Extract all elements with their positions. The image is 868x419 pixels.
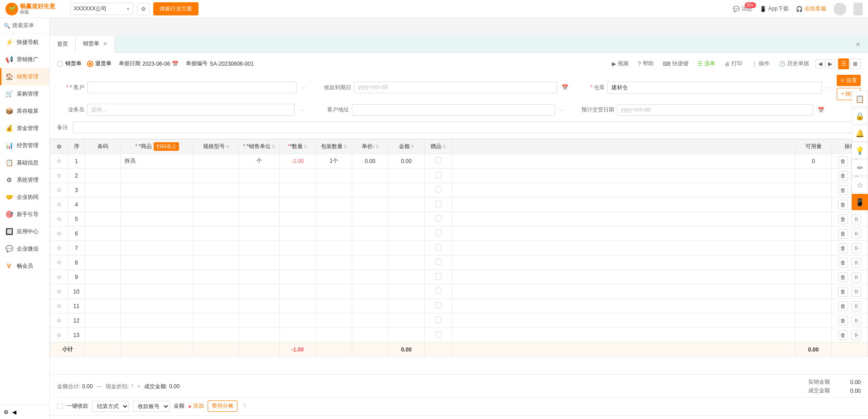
row-gift-4[interactable]	[425, 212, 452, 226]
row-unit-8[interactable]	[239, 270, 280, 284]
row-barcode-8[interactable]	[85, 270, 121, 284]
row-pkg-qty-3[interactable]	[316, 197, 352, 212]
row-gift-6[interactable]	[425, 241, 452, 255]
warehouse-input[interactable]: 建材仓	[607, 82, 822, 94]
tab-sales-order[interactable]: 销货单 ✕	[76, 36, 115, 53]
customer-addr-input[interactable]	[352, 104, 555, 116]
row-gift-12[interactable]	[425, 328, 452, 342]
app-download-button[interactable]: 📱 App下载	[760, 5, 789, 13]
row-spec-2[interactable]	[194, 183, 239, 197]
row-spec-8[interactable]	[194, 270, 239, 284]
row-product-9[interactable]	[121, 284, 194, 299]
payment-calendar-icon[interactable]: 📅	[562, 84, 568, 91]
nav-prev[interactable]: ◀	[815, 59, 824, 68]
add-button[interactable]: 添加	[193, 402, 204, 410]
payment-date-input[interactable]: yyyy-mm-dd	[354, 82, 557, 93]
row-gift-7[interactable]	[425, 255, 452, 270]
row-qty-12[interactable]	[280, 328, 316, 342]
row-spec-4[interactable]	[194, 212, 239, 226]
row-product-7[interactable]	[121, 255, 194, 270]
row-price-4[interactable]	[352, 212, 388, 226]
row-delete-12[interactable]: 🗑	[838, 330, 848, 340]
salesperson-dots-icon[interactable]: ···	[299, 107, 304, 113]
row-unit-7[interactable]	[239, 255, 280, 270]
row-copy-7[interactable]: ⎘	[851, 258, 861, 268]
row-price-6[interactable]	[352, 241, 388, 255]
online-service-button[interactable]: 🎧 在线客服	[796, 5, 826, 13]
row-pkg-qty-5[interactable]	[316, 226, 352, 241]
row-qty-1[interactable]	[280, 169, 316, 183]
row-gift-11[interactable]	[425, 313, 452, 328]
row-barcode-7[interactable]	[85, 255, 121, 270]
row-spec-9[interactable]	[194, 284, 239, 299]
customer-input[interactable]	[87, 82, 297, 93]
row-qty-11[interactable]	[280, 313, 316, 328]
sidebar-item-wechat[interactable]: 💬 企业微信	[0, 240, 49, 257]
row-unit-6[interactable]	[239, 241, 280, 255]
float-btn-5[interactable]: ✏	[852, 159, 868, 176]
row-copy-9[interactable]: ⎘	[851, 287, 861, 297]
row-delete-7[interactable]: 🗑	[838, 258, 848, 268]
row-pkg-qty-0[interactable]: 1个	[316, 154, 352, 169]
row-amount-3[interactable]	[388, 197, 425, 212]
row-spec-0[interactable]	[194, 154, 239, 169]
row-barcode-10[interactable]	[85, 299, 121, 313]
row-qty-2[interactable]	[280, 183, 316, 197]
row-price-9[interactable]	[352, 284, 388, 299]
remarks-input[interactable]	[73, 121, 861, 133]
row-product-2[interactable]	[121, 183, 194, 197]
sidebar-item-sales[interactable]: 🏠 销售管理	[0, 68, 49, 85]
ops-button[interactable]: ⋮ 操作	[749, 58, 772, 69]
row-pkg-qty-12[interactable]	[316, 328, 352, 342]
grid-view-btn[interactable]: ⊞	[850, 58, 861, 69]
row-delete-4[interactable]: 🗑	[838, 214, 848, 224]
row-gift-9[interactable]	[425, 284, 452, 299]
expected-calendar-icon[interactable]: 📅	[818, 107, 824, 113]
row-copy-12[interactable]: ⎘	[851, 330, 861, 340]
row-product-3[interactable]	[121, 197, 194, 212]
row-barcode-12[interactable]	[85, 328, 121, 342]
row-qty-0[interactable]: -1.00	[280, 154, 316, 169]
row-amount-1[interactable]	[388, 169, 425, 183]
row-amount-10[interactable]	[388, 299, 425, 313]
row-qty-8[interactable]	[280, 270, 316, 284]
trial-button[interactable]: 体验行业方案	[153, 2, 199, 15]
row-delete-8[interactable]: 🗑	[838, 272, 848, 282]
row-pkg-qty-6[interactable]	[316, 241, 352, 255]
window-close-icon[interactable]: ✕	[855, 41, 861, 48]
row-gift-1[interactable]	[425, 169, 452, 183]
row-gift-3[interactable]	[425, 197, 452, 212]
sidebar-item-operations[interactable]: 📊 经营管理	[0, 137, 49, 154]
row-unit-11[interactable]	[239, 313, 280, 328]
row-price-0[interactable]: 0.00	[352, 154, 388, 169]
row-barcode-9[interactable]	[85, 284, 121, 299]
tab-close-icon[interactable]: ✕	[103, 41, 107, 47]
row-qty-7[interactable]	[280, 255, 316, 270]
float-btn-2[interactable]: 🔒	[852, 108, 868, 124]
row-price-8[interactable]	[352, 270, 388, 284]
row-price-2[interactable]	[352, 183, 388, 197]
row-barcode-1[interactable]	[85, 169, 121, 183]
expense-help-icon[interactable]: ?	[243, 403, 246, 409]
row-qty-5[interactable]	[280, 226, 316, 241]
radio-return-order[interactable]: 退货单	[87, 60, 112, 67]
row-unit-2[interactable]	[239, 183, 280, 197]
video-button[interactable]: ▶ 视频	[609, 58, 631, 69]
sidebar-item-marketing[interactable]: 📢 营销推广	[0, 51, 49, 68]
row-barcode-11[interactable]	[85, 313, 121, 328]
one-key-checkbox[interactable]	[57, 403, 63, 409]
row-delete-6[interactable]: 🗑	[838, 243, 848, 253]
sidebar-item-apps[interactable]: 🔲 应用中心	[0, 223, 49, 240]
row-product-10[interactable]	[121, 299, 194, 313]
row-delete-10[interactable]: 🗑	[838, 301, 848, 311]
company-selector[interactable]: XXXXXX公司 ▾	[70, 3, 133, 15]
tab-home[interactable]: 首页	[50, 36, 76, 53]
row-amount-5[interactable]	[388, 226, 425, 241]
row-gift-10[interactable]	[425, 299, 452, 313]
row-product-5[interactable]	[121, 226, 194, 241]
row-qty-3[interactable]	[280, 197, 316, 212]
message-button[interactable]: 💬 消息 99+	[733, 5, 752, 13]
sidebar-item-guide[interactable]: 🎯 新手引导	[0, 206, 49, 223]
row-pkg-qty-9[interactable]	[316, 284, 352, 299]
row-pkg-qty-4[interactable]	[316, 212, 352, 226]
